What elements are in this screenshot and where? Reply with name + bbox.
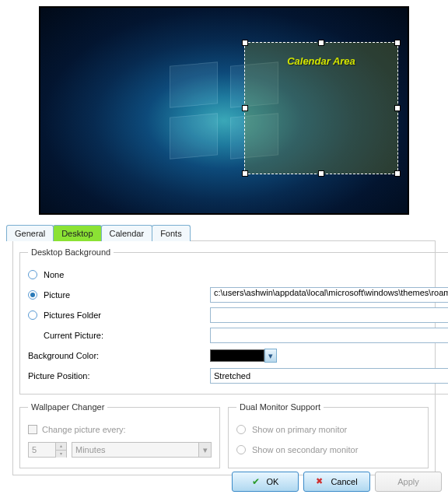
wallpaper-changer-legend: Wallpaper Changer — [28, 402, 107, 412]
resize-handle-tm[interactable] — [318, 40, 324, 46]
picture-path-input[interactable]: c:\users\ashwin\appdata\local\microsoft\… — [210, 287, 448, 303]
radio-primary-monitor[interactable] — [236, 425, 246, 434]
picture-position-dropdown[interactable]: Stretched ▾ — [210, 368, 448, 384]
ok-button[interactable]: OK — [232, 472, 299, 492]
picture-position-label: Picture Position: — [28, 371, 118, 381]
radio-picture-label: Picture — [40, 290, 118, 300]
interval-unit-dropdown[interactable]: Minutes ▾ — [72, 442, 212, 458]
desktop-background-legend: Desktop Background — [28, 247, 114, 257]
resize-handle-tl[interactable] — [242, 40, 248, 46]
resize-handle-tr[interactable] — [394, 40, 401, 46]
folder-path-input[interactable] — [210, 307, 448, 323]
interval-unit-value: Minutes — [72, 445, 198, 454]
interval-spinner[interactable]: 5 ▴▾ — [28, 442, 67, 458]
change-every-checkbox[interactable] — [28, 425, 37, 434]
dual-monitor-group: Dual Monitor Support Show on primary mon… — [228, 402, 429, 468]
resize-handle-br[interactable] — [394, 170, 401, 177]
spinner-down-icon[interactable]: ▾ — [55, 451, 66, 458]
resize-handle-mr[interactable] — [394, 105, 401, 111]
tab-general[interactable]: General — [6, 225, 54, 241]
desktop-background-group: Desktop Background None Picture c:\users… — [19, 247, 448, 395]
wallpaper-preview: Calendar Area — [39, 6, 409, 215]
resize-handle-ml[interactable] — [242, 105, 248, 111]
picture-position-value: Stretched — [211, 371, 448, 381]
cancel-button[interactable]: Cancel — [303, 472, 370, 492]
current-picture-dropdown[interactable]: ▾ — [210, 328, 448, 343]
tab-fonts[interactable]: Fonts — [152, 225, 191, 241]
resize-handle-bm[interactable] — [318, 170, 324, 177]
tab-strip: General Desktop Calendar Fonts — [6, 224, 442, 240]
selection-label: Calendar Area — [245, 55, 397, 67]
apply-button[interactable]: Apply — [375, 472, 442, 492]
radio-secondary-label: Show on secondary monitor — [249, 445, 358, 454]
desktop-panel: Desktop Background None Picture c:\users… — [12, 240, 436, 475]
radio-primary-label: Show on primary monitor — [249, 425, 347, 434]
radio-none[interactable] — [28, 270, 37, 279]
current-picture-label: Current Picture: — [28, 331, 118, 340]
dialog-button-bar: OK Cancel Apply — [232, 472, 442, 492]
x-icon — [316, 476, 327, 487]
interval-value: 5 — [32, 445, 37, 454]
bg-color-swatch — [210, 349, 264, 362]
cancel-button-label: Cancel — [331, 477, 357, 486]
tab-desktop[interactable]: Desktop — [53, 225, 101, 241]
radio-secondary-monitor[interactable] — [236, 445, 246, 454]
radio-none-label: None — [40, 270, 118, 279]
change-every-label: Change picture every: — [42, 425, 126, 434]
radio-folder-label: Pictures Folder — [40, 310, 118, 320]
ok-button-label: OK — [267, 477, 279, 486]
tab-calendar[interactable]: Calendar — [101, 225, 153, 241]
radio-folder[interactable] — [28, 310, 37, 320]
dual-monitor-legend: Dual Monitor Support — [236, 402, 324, 412]
calendar-area-selection[interactable]: Calendar Area — [244, 42, 398, 174]
wallpaper-changer-group: Wallpaper Changer Change picture every: … — [19, 402, 220, 468]
chevron-down-icon[interactable]: ▾ — [198, 443, 211, 457]
check-icon — [252, 476, 263, 487]
resize-handle-bl[interactable] — [242, 170, 248, 177]
bg-color-label: Background Color: — [28, 351, 118, 360]
bg-color-dropdown-button[interactable]: ▾ — [264, 349, 277, 363]
spinner-up-icon[interactable]: ▴ — [55, 443, 66, 451]
apply-button-label: Apply — [397, 477, 419, 486]
radio-picture[interactable] — [28, 290, 37, 300]
